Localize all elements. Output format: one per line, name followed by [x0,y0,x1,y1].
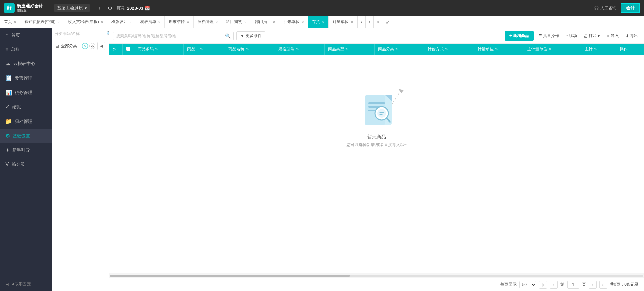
tab-balance-sheet[interactable]: 资产负债表(中期) × [20,16,64,28]
tab-archive-close[interactable]: × [216,20,218,24]
headset-icon: 🎧 [594,6,599,10]
scrollbar-track[interactable] [110,275,643,277]
batch-label: 批量操作 [543,33,559,39]
col-category[interactable]: 商品分类 ⇅ [374,44,424,55]
tab-subject-init[interactable]: 科目期初 × [222,16,251,28]
col-spec[interactable]: 规格型号 ⇅ [275,44,325,55]
sidebar-item-settle-label: 结账 [12,104,21,110]
tab-template[interactable]: 模版设计 × [107,16,136,28]
tab-department[interactable]: 部门员工 × [251,16,279,28]
sidebar-item-ledger[interactable]: ≡ 总账 [0,42,52,56]
period-value: 2023-03 [127,6,143,11]
tab-carry-forward[interactable]: 期末结转 × [165,16,193,28]
tab-unit[interactable]: 计量单位 × [329,16,357,28]
sidebar-unpin-btn[interactable]: ◄ ◄取消固定 [0,277,52,291]
page-first-btn[interactable]: |‹ [539,281,547,289]
page-size-select[interactable]: 10 20 50 100 [519,281,536,288]
tab-contacts[interactable]: 往来单位 × [279,16,308,28]
category-all-label[interactable]: 全部分类 [61,43,80,49]
col-checkbox[interactable] [122,44,134,55]
category-header: ⊞ 全部分类 ✎ ⚙ ◀ [52,39,109,53]
tab-carry-close[interactable]: × [187,20,189,24]
tab-subject-init-label: 科目期初 [226,19,242,25]
user-account-btn[interactable]: 会计 [621,3,640,13]
tab-tax[interactable]: 税表清单 × [136,16,165,28]
unpin-label: ◄取消固定 [11,281,31,287]
col-name[interactable]: 商品名称 ⇅ [225,44,275,55]
tab-inventory[interactable]: 存货 × [308,16,328,28]
sidebar-item-ledger-label: 总账 [11,46,20,52]
customer-service-btn[interactable]: 🎧 人工咨询 [594,5,616,11]
tab-subject-close[interactable]: × [244,20,246,24]
sidebar-item-settle[interactable]: ✓ 结账 [0,100,52,114]
page-last-btn[interactable]: ›| [599,281,607,289]
company-selector[interactable]: 基层工会测试 ▾ [54,4,90,12]
add-product-btn[interactable]: + 新增商品 [505,31,534,41]
category-search-input[interactable] [55,31,105,36]
page-prev-btn[interactable]: ‹ [550,281,558,289]
move-btn[interactable]: ↕ 移动 [564,32,579,40]
tab-template-close[interactable]: × [129,20,131,24]
tab-home[interactable]: 首页 × [0,16,20,28]
settings-btn[interactable]: ⚙ [106,4,114,13]
calendar-icon[interactable]: 📅 [145,6,150,11]
tab-nav-right[interactable]: › [365,16,373,28]
print-dropdown-icon: ▾ [598,34,600,38]
col-unit-label: 计量单位 [478,46,494,52]
sidebar-item-tax[interactable]: 📊 税务管理 [0,85,52,100]
tab-tax-close[interactable]: × [158,20,160,24]
sidebar-item-basic-settings[interactable]: ⚙ 基础设置 [0,129,52,143]
scrollbar-area[interactable] [109,273,644,278]
add-tab-btn[interactable]: ＋ [96,3,104,13]
page-number-input[interactable] [567,281,579,289]
sidebar-item-invoice[interactable]: 🧾 发票管理 [0,71,52,85]
sidebar-item-guide[interactable]: ✦ 新手引导 [0,143,52,157]
member-icon: V [5,161,9,167]
category-settings-btn[interactable]: ⚙ [89,43,95,49]
col-barcode[interactable]: 商品条码 ⇅ [134,44,184,55]
tab-home-close[interactable]: × [14,20,16,24]
select-all-checkbox[interactable] [126,47,130,51]
tab-income-close[interactable]: × [101,20,103,24]
category-edit-btn[interactable]: ✎ [82,43,88,49]
tab-nav-left[interactable]: ‹ [357,16,365,28]
col-main-unit[interactable]: 主计量单位 ⇅ [524,44,581,55]
print-btn[interactable]: 🖨 打印 ▾ [582,32,602,40]
tab-unit-close[interactable]: × [351,20,353,24]
batch-operation-btn[interactable]: ☰ 批量操作 [536,32,561,40]
unpin-icon: ◄ [5,282,9,287]
tab-archive[interactable]: 归档管理 × [194,16,222,28]
sidebar-item-cloud-report[interactable]: ☁ 云报表中心 [0,56,52,71]
product-search-input[interactable] [116,34,224,38]
tab-dept-close[interactable]: × [273,20,275,24]
category-collapse-btn[interactable]: ◀ [97,42,105,50]
col-code[interactable]: 商品... ⇅ [184,44,225,55]
product-search-icon[interactable]: 🔍 [225,33,231,39]
page-next-btn[interactable]: › [589,281,597,289]
top-right: 🎧 人工咨询 会计 [594,3,640,13]
tab-inventory-close[interactable]: × [322,20,324,24]
col-main-count[interactable]: 主计 ⇅ [581,44,616,55]
col-settings[interactable]: ⚙ [109,44,122,55]
import-btn[interactable]: ⬆ 导入 [604,32,621,40]
tab-income[interactable]: 收入支出表(年报) × [64,16,107,28]
more-filter-btn[interactable]: ▼ 更多条件 [236,31,265,40]
tab-expand[interactable]: ⤢ [383,16,392,28]
col-price-method[interactable]: 计价方式 ⇅ [424,44,474,55]
scrollbar-thumb[interactable] [110,275,350,277]
tab-balance-close[interactable]: × [57,20,59,24]
product-search-box[interactable]: 🔍 [113,32,234,40]
tab-contacts-close[interactable]: × [302,20,304,24]
tax-icon: 📊 [5,89,12,96]
sidebar-item-member[interactable]: V 畅会员 [0,157,52,172]
sidebar-item-archive[interactable]: 📁 归档管理 [0,114,52,129]
import-label: 导入 [611,33,619,39]
col-type[interactable]: 商品类型 ⇅ [325,44,375,55]
col-unit[interactable]: 计量单位 ⇅ [474,44,524,55]
tab-inventory-label: 存货 [312,19,320,25]
export-btn[interactable]: ⬇ 导出 [624,32,640,40]
tab-close-all[interactable]: × [373,16,383,28]
col-barcode-label: 商品条码 [138,46,154,52]
settings-sidebar-icon: ⚙ [5,133,10,139]
sidebar-item-home[interactable]: ⌂ 首页 [0,28,52,42]
